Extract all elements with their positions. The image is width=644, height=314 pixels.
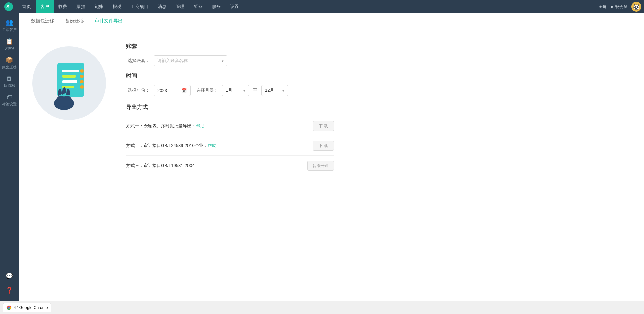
nav-client[interactable]: 客户: [36, 0, 54, 13]
main-layout: 👥 全部客户 📋 0申报 📦 账套迁移 🗑 回收站 🏷 标签设置 💬 ❓: [0, 13, 644, 301]
svg-point-7: [80, 69, 84, 73]
vip-button[interactable]: ▶ 畅会员: [611, 4, 627, 10]
play-icon: ▶: [611, 4, 614, 9]
year-label: 选择年份：: [126, 87, 150, 93]
form-container: 账套 选择账套： 请输入账套名称 时间 选择年份： 2023: [32, 40, 334, 175]
svg-text:S: S: [6, 4, 9, 9]
account-select[interactable]: 请输入账套名称: [154, 55, 227, 66]
start-month-select[interactable]: 1月: [222, 85, 249, 96]
tab-audit-export[interactable]: 审计文件导出: [89, 13, 128, 29]
export-method-2-download-button[interactable]: 下 载: [313, 141, 334, 151]
nav-settings[interactable]: 设置: [225, 0, 244, 13]
calendar-icon: 📅: [181, 88, 187, 93]
taskbar: 47 Google Chrome: [0, 301, 644, 314]
export-method-3-row: 方式三：审计接口GB/T19581-2004 暂缓开通: [126, 156, 334, 175]
nav-operation[interactable]: 经营: [189, 0, 207, 13]
nav-home[interactable]: 首页: [17, 0, 36, 13]
export-section-title: 导出方式: [126, 104, 334, 111]
chevron-down-icon: [282, 88, 284, 93]
export-method-1-help[interactable]: 帮助: [196, 123, 205, 128]
vip-label: 畅会员: [615, 4, 627, 10]
nav-manage[interactable]: 管理: [171, 0, 189, 13]
export-method-1-download-button[interactable]: 下 载: [313, 121, 334, 131]
top-nav: S 首页 客户 收费 票据 记账 报税 工商项目 消息 管理 经营 服务 设置 …: [0, 0, 644, 13]
content-area: 数据包迁移 备份迁移 审计文件导出: [19, 13, 644, 301]
export-method-2-help[interactable]: 帮助: [208, 143, 216, 148]
top-nav-items: 首页 客户 收费 票据 记账 报税 工商项目 消息 管理 经营 服务 设置: [17, 0, 593, 13]
export-method-3-text: 方式三：审计接口GB/T19581-2004: [126, 163, 195, 168]
fullscreen-button[interactable]: ⛶ 全屏: [593, 4, 607, 10]
end-month-value: 12月: [265, 87, 274, 93]
nav-bookkeeping[interactable]: 记账: [90, 0, 108, 13]
sidebar-item-label: 0申报: [5, 46, 14, 51]
sidebar: 👥 全部客户 📋 0申报 📦 账套迁移 🗑 回收站 🏷 标签设置 💬 ❓: [0, 13, 19, 301]
right-form: 账套 选择账套： 请输入账套名称 时间 选择年份： 2023: [126, 40, 334, 175]
year-value: 2023: [157, 88, 167, 93]
all-clients-icon: 👥: [6, 19, 13, 26]
fullscreen-icon: ⛶: [593, 4, 597, 9]
svg-rect-5: [62, 80, 77, 83]
export-method-3-open-button[interactable]: 暂缓开通: [307, 161, 334, 171]
sidebar-bottom: 💬 ❓: [0, 270, 19, 301]
export-method-2-row: 方式二：审计接口GB/T24589-2010企业：帮助 下 载: [126, 136, 334, 156]
nav-tax[interactable]: 报税: [108, 0, 126, 13]
tag-settings-icon: 🏷: [6, 93, 12, 101]
chat-icon: 💬: [6, 272, 13, 280]
zero-declaration-icon: 📋: [6, 38, 13, 45]
start-month-value: 1月: [226, 87, 232, 93]
sidebar-item-label: 账套迁移: [2, 65, 17, 70]
chevron-down-icon: [243, 88, 245, 93]
sidebar-item-account-migration[interactable]: 📦 账套迁移: [0, 54, 19, 72]
year-input[interactable]: 2023 📅: [154, 85, 191, 96]
sidebar-item-zero-declaration[interactable]: 📋 0申报: [0, 35, 19, 54]
taskbar-chrome-item[interactable]: 47 Google Chrome: [3, 303, 51, 312]
export-method-1-row: 方式一：余额表、序时账批量导出：帮助 下 载: [126, 116, 334, 136]
taskbar-chrome-label: 47 Google Chrome: [14, 305, 48, 310]
nav-fee[interactable]: 收费: [54, 0, 72, 13]
chrome-icon: [6, 305, 12, 310]
export-method-1-text: 方式一：余额表、序时账批量导出：: [126, 123, 196, 128]
sidebar-item-tag-settings[interactable]: 🏷 标签设置: [0, 91, 19, 109]
end-month-select[interactable]: 12月: [261, 85, 288, 96]
sidebar-item-label: 标签设置: [2, 102, 17, 107]
month-label: 选择月份：: [195, 87, 218, 93]
nav-service[interactable]: 服务: [207, 0, 225, 13]
svg-point-9: [80, 80, 84, 83]
to-label: 至: [253, 87, 257, 93]
export-method-2-label: 方式二：审计接口GB/T24589-2010企业：帮助: [126, 143, 307, 149]
avatar[interactable]: 🐼: [631, 2, 641, 12]
chevron-down-icon: [222, 58, 224, 63]
nav-message[interactable]: 消息: [153, 0, 171, 13]
sidebar-item-label: 全部客户: [2, 27, 17, 32]
svg-rect-3: [62, 70, 79, 72]
fullscreen-label: 全屏: [599, 4, 607, 10]
tab-backup-migration[interactable]: 备份迁移: [60, 13, 89, 29]
top-nav-right: ⛶ 全屏 ▶ 畅会员 🐼: [593, 2, 641, 12]
account-migration-icon: 📦: [6, 56, 13, 64]
tab-data-migration[interactable]: 数据包迁移: [25, 13, 60, 29]
page-content: 账套 选择账套： 请输入账套名称 时间 选择年份： 2023: [19, 29, 644, 301]
nav-invoice[interactable]: 票据: [72, 0, 90, 13]
account-form-row: 选择账套： 请输入账套名称: [126, 55, 334, 66]
nav-business[interactable]: 工商项目: [126, 0, 153, 13]
illustration: [32, 46, 106, 120]
time-section-title: 时间: [126, 73, 334, 80]
sidebar-chat-button[interactable]: 💬: [0, 270, 19, 282]
help-icon: ❓: [6, 287, 13, 294]
svg-rect-4: [62, 75, 76, 78]
export-method-3-label: 方式三：审计接口GB/T19581-2004: [126, 163, 302, 169]
sidebar-item-all-clients[interactable]: 👥 全部客户: [0, 16, 19, 35]
sidebar-item-recycle-bin[interactable]: 🗑 回收站: [0, 72, 19, 91]
export-method-2-text: 方式二：审计接口GB/T24589-2010企业：: [126, 143, 208, 148]
tab-bar: 数据包迁移 备份迁移 审计文件导出: [19, 13, 644, 29]
account-label: 选择账套：: [126, 58, 150, 64]
app-logo[interactable]: S: [3, 1, 15, 13]
sidebar-item-label: 回收站: [4, 83, 15, 88]
svg-point-8: [80, 75, 84, 78]
sidebar-help-button[interactable]: ❓: [0, 284, 19, 297]
time-form-row: 选择年份： 2023 📅 选择月份： 1月 至 12月: [126, 85, 334, 96]
recycle-bin-icon: 🗑: [6, 75, 12, 82]
account-placeholder: 请输入账套名称: [157, 58, 188, 64]
export-method-1-label: 方式一：余额表、序时账批量导出：帮助: [126, 123, 307, 129]
account-section-title: 账套: [126, 43, 334, 50]
